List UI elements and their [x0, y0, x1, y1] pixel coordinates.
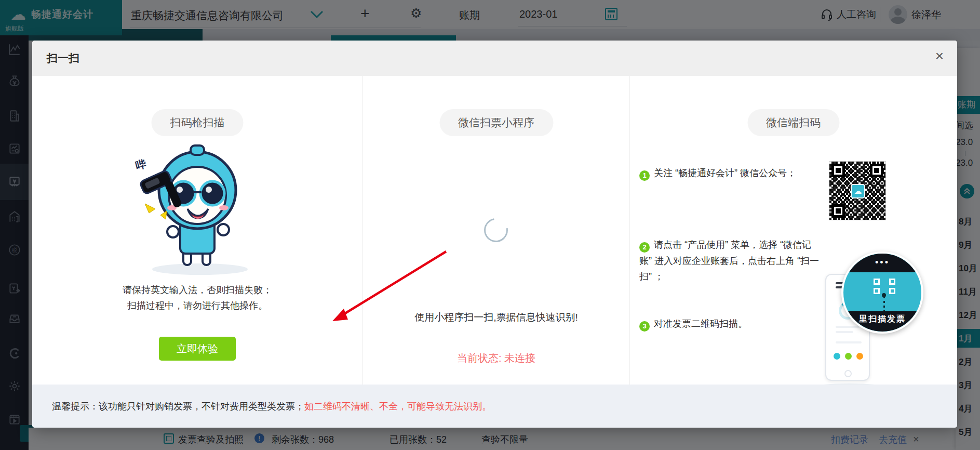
- wechat-scan-section: 微信端扫码 1关注 “畅捷通好会计” 微信公众号； 2请点击 “产品使用” 菜单…: [629, 76, 957, 385]
- phone-action-dots: [834, 353, 863, 360]
- step-3-text: 对准发票二维码扫描。: [654, 319, 747, 329]
- phone-menu-dots: •••: [843, 254, 921, 272]
- qr-finder-pattern: [831, 204, 845, 218]
- step-2-badge: 2: [639, 242, 650, 253]
- connection-status: 当前状态: 未连接: [363, 351, 629, 365]
- dialog-body: 扫码枪扫描: [32, 76, 957, 385]
- step-1-badge: 1: [639, 170, 650, 181]
- qr-center-logo: ☁: [851, 184, 865, 198]
- scanner-gun-section: 扫码枪扫描: [32, 76, 363, 385]
- loading-spinner: [479, 214, 513, 247]
- wechat-scan-heading: 微信端扫码: [747, 109, 839, 136]
- footer-tip-red: 如二维码不清晰、不全，可能导致无法识别。: [304, 400, 491, 413]
- step-2-text: 请点击 “产品使用” 菜单，选择 “微信记账” 进入对应企业账套后，点击右上角 …: [639, 240, 819, 282]
- miniprogram-desc: 使用小程序扫一扫,票据信息快速识别!: [363, 311, 629, 324]
- mascot-illustration: 哔: [122, 142, 273, 276]
- dialog-close-icon[interactable]: ×: [935, 49, 944, 63]
- scan-dialog: 扫一扫 × 扫码枪扫描: [32, 41, 957, 428]
- qr-finder-pattern: [870, 164, 883, 177]
- dialog-header: 扫一扫 ×: [32, 41, 957, 76]
- scan-frame-icon: [874, 279, 895, 294]
- step-2: 2请点击 “产品使用” 菜单，选择 “微信记账” 进入对应企业账套后，点击右上角…: [639, 237, 822, 285]
- scan-zoom-circle: ••• 里扫描发票: [841, 252, 923, 334]
- dialog-title: 扫一扫: [47, 51, 79, 65]
- scanner-tip-line-2: 扫描过程中，请勿进行其他操作。: [32, 299, 363, 312]
- step-1: 1关注 “畅捷通好会计” 微信公众号；: [639, 165, 822, 181]
- scanner-gun-heading: 扫码枪扫描: [152, 109, 244, 136]
- miniprogram-heading: 微信扫票小程序: [439, 109, 553, 136]
- official-account-qr-code: ☁: [829, 161, 886, 220]
- scanner-tip-line-1: 请保持英文输入法，否则扫描失败；: [32, 284, 363, 296]
- mascot-sound-text: 哔: [135, 157, 148, 171]
- step-3: 3对准发票二维码扫描。: [639, 316, 822, 332]
- miniprogram-section: 微信扫票小程序 使用小程序扫一扫,票据信息快速识别! 当前状态: 未连接: [363, 76, 629, 385]
- step-3-badge: 3: [639, 321, 650, 332]
- dialog-footer: 温馨提示：该功能只针对购销发票，不针对费用类型类发票；如二维码不清晰、不全，可能…: [32, 385, 957, 428]
- try-now-button[interactable]: 立即体验: [159, 337, 236, 361]
- footer-tip-black: 温馨提示：该功能只针对购销发票，不针对费用类型类发票；: [52, 400, 304, 413]
- step-1-text: 关注 “畅捷通好会计” 微信公众号；: [654, 168, 796, 178]
- phone-home-button: [844, 370, 852, 377]
- qr-finder-pattern: [831, 164, 845, 177]
